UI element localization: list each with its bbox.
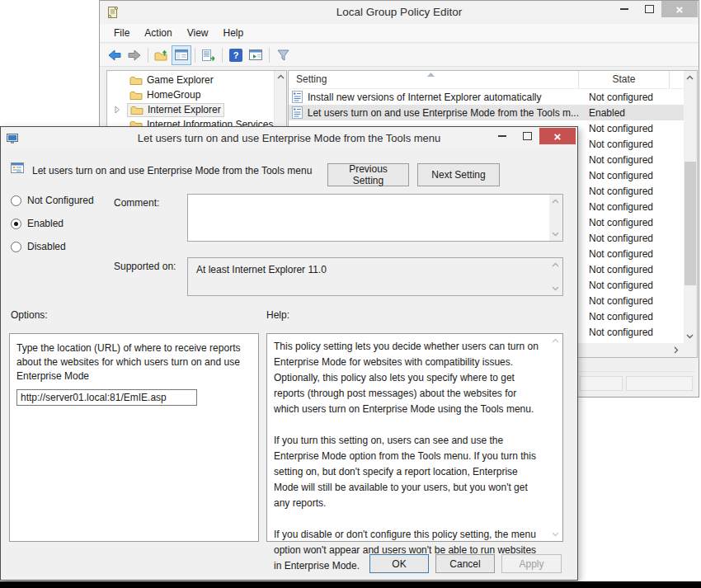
dialog-titlebar[interactable]: Let users turn on and use Enterprise Mod… (1, 127, 577, 150)
show-console-tree-button[interactable] (172, 45, 191, 65)
apply-button[interactable]: Apply (501, 554, 562, 573)
scroll-down-icon[interactable] (552, 232, 559, 237)
radio-button-checked-icon[interactable] (11, 219, 21, 229)
radio-disabled[interactable]: Disabled (11, 240, 66, 253)
comment-label: Comment: (114, 197, 159, 209)
close-icon: × (554, 130, 562, 143)
state-cell: Not configured (579, 248, 670, 260)
scrollbar-thumb[interactable] (685, 162, 696, 285)
radio-enabled[interactable]: Enabled (11, 217, 64, 230)
menu-view[interactable]: View (180, 25, 216, 41)
state-cell: Not configured (579, 280, 670, 291)
setting-cell: Let users turn on and use Enterprise Mod… (289, 106, 579, 119)
folder-icon (130, 105, 143, 115)
filter-icon (277, 49, 289, 61)
scroll-up-icon[interactable] (552, 262, 559, 267)
radio-not-configured[interactable]: Not Configured (11, 194, 94, 207)
radio-button-icon[interactable] (11, 242, 21, 252)
next-setting-button[interactable]: Next Setting (417, 163, 500, 186)
console-tree-icon (175, 49, 188, 60)
radio-label: Disabled (27, 241, 66, 252)
export-list-icon (202, 49, 216, 61)
back-button[interactable] (105, 45, 125, 65)
window-title: Local Group Policy Editor (100, 1, 699, 24)
scroll-down-icon[interactable] (686, 334, 694, 339)
column-header-setting-label: Setting (296, 73, 327, 85)
supported-scrollbar[interactable] (549, 258, 562, 295)
help-label: Help: (266, 309, 289, 321)
status-pane (580, 376, 623, 391)
tree-item-game-explorer[interactable]: Game Explorer (107, 73, 286, 87)
state-cell: Not configured (579, 139, 670, 150)
supported-on-box: At least Internet Explorer 11.0 (187, 257, 563, 296)
list-row-selected[interactable]: Let users turn on and use Enterprise Mod… (289, 105, 697, 120)
dialog-minimize-button[interactable] (490, 128, 515, 144)
comment-scrollbar[interactable] (549, 195, 562, 241)
scroll-down-icon[interactable] (552, 286, 559, 291)
comment-input[interactable] (188, 195, 549, 241)
minimize-icon (498, 135, 506, 137)
close-button[interactable]: × (661, 1, 698, 17)
menu-help[interactable]: Help (216, 25, 252, 41)
state-cell: Not configured (579, 154, 670, 166)
scroll-up-icon[interactable] (552, 338, 559, 343)
list-row[interactable]: Install new versions of Internet Explore… (289, 89, 697, 105)
cancel-button[interactable]: Cancel (435, 554, 495, 573)
maximize-button[interactable] (637, 1, 661, 17)
close-icon: × (676, 3, 684, 16)
expander-icon[interactable] (115, 106, 120, 114)
list-header: Setting State (289, 71, 697, 89)
tree-item-internet-explorer[interactable]: Internet Explorer (107, 102, 286, 117)
gpedit-titlebar[interactable]: Local Group Policy Editor × (100, 1, 699, 24)
gpedit-caption-buttons: × (612, 1, 698, 17)
ok-button[interactable]: OK (369, 554, 429, 573)
policy-name: Let users turn on and use Enterprise Mod… (32, 165, 321, 176)
radio-button-icon[interactable] (11, 195, 21, 206)
help-button[interactable]: ? (226, 45, 246, 65)
scroll-up-icon[interactable] (552, 199, 559, 204)
toolbar-separator (195, 48, 195, 63)
state-cell: Not configured (579, 186, 670, 197)
dialog-close-button[interactable]: × (539, 128, 576, 144)
state-cell: Enabled (579, 107, 670, 119)
desktop: Local Group Policy Editor × File Action … (0, 0, 701, 588)
dialog-maximize-button[interactable] (515, 128, 539, 144)
maximize-icon (523, 132, 532, 140)
policy-setting-icon (292, 91, 303, 103)
minimize-button[interactable] (612, 1, 637, 17)
state-cell: Not configured (579, 233, 670, 244)
export-list-button[interactable] (199, 45, 219, 65)
tree-item-label: HomeGroup (147, 89, 200, 101)
column-header-state[interactable]: State (579, 71, 670, 88)
state-cell: Not configured (579, 201, 670, 213)
help-box: This policy setting lets you decide whet… (266, 333, 563, 542)
tree-item-homegroup[interactable]: HomeGroup (107, 87, 286, 102)
scroll-up-icon[interactable] (277, 74, 285, 79)
filter-button[interactable] (273, 45, 293, 65)
comment-box (187, 194, 563, 242)
menu-file[interactable]: File (106, 25, 137, 41)
help-text: This policy setting lets you decide whet… (274, 339, 544, 574)
scroll-down-icon[interactable] (552, 532, 559, 537)
help-scrollbar[interactable] (549, 334, 562, 541)
report-url-input[interactable] (16, 389, 197, 406)
state-cell: Not configured (579, 264, 670, 275)
scroll-up-icon[interactable] (686, 75, 694, 80)
state-cell: Not configured (579, 92, 670, 103)
previous-setting-button[interactable]: Previous Setting (327, 163, 409, 186)
up-one-level-button[interactable] (152, 45, 172, 65)
column-header-setting[interactable]: Setting (289, 71, 579, 88)
scroll-right-icon[interactable] (674, 346, 679, 354)
forward-icon (127, 49, 142, 61)
maximize-icon (645, 5, 654, 13)
menubar: File Action View Help (100, 24, 699, 43)
standard-view-button[interactable] (246, 45, 266, 65)
policy-setting-icon (292, 106, 303, 119)
status-pane (626, 376, 693, 391)
sort-ascending-icon (427, 73, 435, 77)
menu-action[interactable]: Action (137, 25, 179, 41)
forward-button[interactable] (125, 45, 144, 65)
state-cell: Not configured (579, 123, 670, 134)
state-cell: Not configured (579, 295, 670, 307)
list-vertical-scrollbar[interactable] (684, 71, 697, 343)
